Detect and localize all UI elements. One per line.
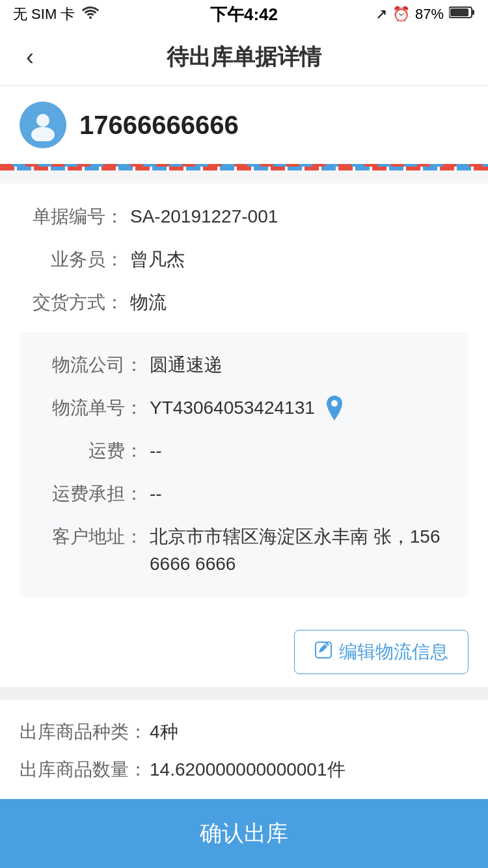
- section-divider: [0, 687, 488, 700]
- logistics-card: 物流公司： 圆通速递 物流单号： YT43064053424131 运费： --…: [20, 332, 468, 597]
- page-title: 待出库单据详情: [167, 42, 321, 72]
- goods-quantity-row: 出库商品数量： 14.620000000000001件: [20, 757, 468, 782]
- back-button[interactable]: ‹: [20, 37, 40, 77]
- location-icon: ↗: [375, 6, 387, 23]
- svg-rect-1: [472, 10, 474, 15]
- confirm-button-label: 确认出库: [200, 821, 288, 845]
- document-number-value: SA-20191227-001: [130, 203, 468, 230]
- customer-phone: 17666666666: [79, 111, 239, 140]
- delivery-label: 交货方式：: [20, 289, 124, 316]
- status-time: 下午4:42: [210, 3, 278, 26]
- logistics-freight-value: --: [150, 437, 449, 465]
- logistics-freightbear-row: 运费承担： --: [39, 480, 449, 508]
- logistics-company-label: 物流公司：: [39, 351, 143, 379]
- location-pin-icon: [323, 396, 346, 420]
- salesman-value: 曾凡杰: [130, 246, 468, 273]
- dashed-divider: [0, 167, 488, 170]
- goods-type-label: 出库商品种类：: [20, 720, 150, 744]
- status-bar: 无 SIM 卡 下午4:42 ↗ ⏰ 87%: [0, 0, 488, 29]
- svg-point-4: [31, 127, 55, 141]
- document-number-row: 单据编号： SA-20191227-001: [20, 203, 468, 230]
- alarm-icon: ⏰: [392, 6, 410, 23]
- logistics-tracking-value: YT43064053424131: [150, 394, 449, 422]
- status-right: ↗ ⏰ 87%: [375, 6, 475, 23]
- customer-header: 17666666666: [0, 86, 488, 167]
- salesman-label: 业务员：: [20, 246, 124, 273]
- delivery-row: 交货方式： 物流: [20, 289, 468, 316]
- logistics-company-value: 圆通速递: [150, 351, 449, 379]
- salesman-row: 业务员： 曾凡杰: [20, 246, 468, 273]
- wifi-icon: [81, 6, 100, 23]
- logistics-freight-row: 运费： --: [39, 437, 449, 465]
- confirm-btn-wrap[interactable]: 确认出库: [0, 799, 488, 868]
- goods-type-row: 出库商品种类： 4种: [20, 720, 468, 744]
- edit-btn-section: 编辑物流信息: [0, 617, 488, 687]
- svg-rect-2: [450, 8, 468, 16]
- logistics-freight-label: 运费：: [39, 437, 143, 465]
- carrier-text: 无 SIM 卡: [13, 5, 75, 24]
- logistics-tracking-label: 物流单号：: [39, 394, 143, 422]
- edit-icon: [314, 641, 332, 664]
- delivery-value: 物流: [130, 289, 468, 316]
- logistics-tracking-row: 物流单号： YT43064053424131: [39, 394, 449, 422]
- logistics-address-value: 北京市市辖区海淀区永丰南 张，156 6666 6666: [150, 523, 449, 578]
- document-number-label: 单据编号：: [20, 203, 124, 230]
- battery-icon: [449, 6, 475, 23]
- logistics-freightbear-label: 运费承担：: [39, 480, 143, 508]
- battery-text: 87%: [415, 6, 444, 23]
- goods-quantity-label: 出库商品数量：: [20, 757, 150, 782]
- goods-type-value: 4种: [150, 720, 178, 744]
- nav-bar: ‹ 待出库单据详情: [0, 29, 488, 86]
- logistics-freightbear-value: --: [150, 480, 449, 508]
- goods-quantity-value: 14.620000000000001件: [150, 757, 346, 782]
- logistics-address-row: 客户地址： 北京市市辖区海淀区永丰南 张，156 6666 6666: [39, 523, 449, 578]
- document-info-section: 单据编号： SA-20191227-001 业务员： 曾凡杰 交货方式： 物流 …: [0, 183, 488, 617]
- edit-logistics-button[interactable]: 编辑物流信息: [294, 630, 468, 674]
- svg-point-5: [331, 400, 338, 407]
- logistics-address-label: 客户地址：: [39, 523, 143, 550]
- svg-point-3: [36, 114, 49, 127]
- avatar: [20, 102, 66, 148]
- logistics-company-row: 物流公司： 圆通速递: [39, 351, 449, 379]
- status-left: 无 SIM 卡: [13, 5, 100, 24]
- edit-logistics-label: 编辑物流信息: [339, 640, 448, 664]
